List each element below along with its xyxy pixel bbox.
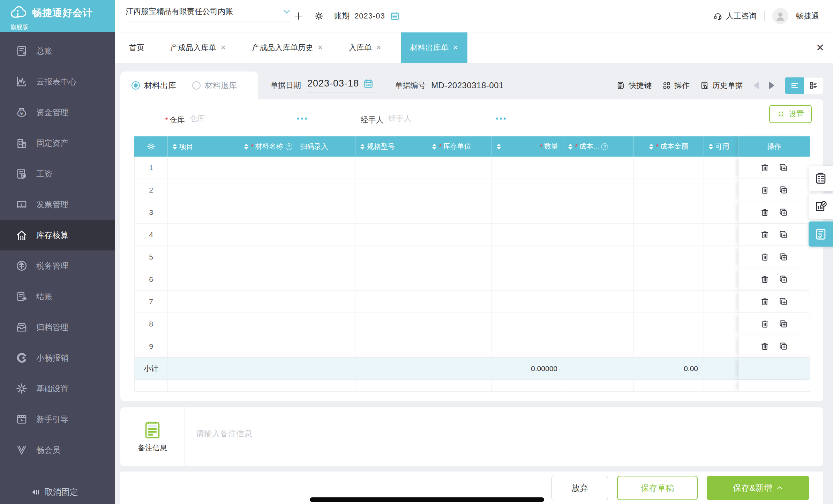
calendar-icon[interactable]: [390, 11, 400, 21]
grid-cell-quantity[interactable]: [492, 335, 563, 358]
tab-material-outbound[interactable]: 材料出库单✕: [401, 32, 467, 63]
grid-cell-amount[interactable]: [634, 201, 704, 224]
tab-inbound-order[interactable]: 入库单✕: [340, 32, 391, 63]
discard-button[interactable]: 放弃: [551, 476, 608, 500]
save-and-new-button[interactable]: 保存&新增: [707, 476, 809, 500]
copy-row-button[interactable]: [779, 274, 788, 284]
card-view-button[interactable]: [804, 77, 823, 94]
grid-cell-available[interactable]: [704, 224, 738, 246]
grid-cell-project[interactable]: [168, 201, 239, 224]
help-icon[interactable]: [601, 143, 608, 150]
report-check-panel-button[interactable]: [809, 194, 833, 219]
tab-finished-goods-inbound[interactable]: 产成品入库单✕: [161, 32, 235, 63]
grid-cell-spec[interactable]: [355, 179, 427, 201]
delete-row-button[interactable]: [760, 185, 770, 195]
grid-cell-unit-cost[interactable]: [563, 313, 634, 335]
grid-cell-unit[interactable]: [427, 291, 492, 313]
grid-cell-unit-cost[interactable]: [563, 157, 634, 179]
grid-cell-material[interactable]: [239, 268, 355, 291]
tab-finished-goods-inbound-history[interactable]: 产成品入库单历史✕: [243, 32, 332, 63]
history-documents-button[interactable]: 历史单据: [700, 80, 743, 91]
grid-cell-unit-cost[interactable]: [563, 335, 634, 358]
tab-close-icon[interactable]: ✕: [376, 44, 382, 51]
sort-icon[interactable]: [173, 144, 177, 150]
grid-cell-material[interactable]: [239, 313, 355, 335]
grid-cell-amount[interactable]: [634, 157, 704, 179]
tab-home[interactable]: 首页: [120, 32, 153, 63]
grid-cell-available[interactable]: [704, 246, 738, 268]
grid-cell-unit[interactable]: [427, 268, 492, 291]
grid-cell-unit[interactable]: [427, 157, 492, 179]
tab-close-icon[interactable]: ✕: [220, 44, 226, 51]
sidebar-item-member[interactable]: 畅会员: [0, 435, 115, 465]
sidebar-item-inventory[interactable]: 库存核算: [0, 220, 115, 250]
grid-cell-available[interactable]: [704, 179, 738, 201]
column-row-settings[interactable]: [134, 136, 168, 157]
grid-cell-spec[interactable]: [355, 246, 427, 268]
grid-cell-amount[interactable]: [634, 179, 704, 201]
sort-icon[interactable]: [568, 144, 572, 150]
new-account-button[interactable]: [294, 11, 303, 21]
grid-cell-quantity[interactable]: [492, 179, 563, 201]
delete-row-button[interactable]: [760, 319, 770, 329]
tab-close-icon[interactable]: ✕: [453, 44, 458, 51]
column-material-name[interactable]: 材料名称扫码录入: [239, 136, 355, 157]
grid-cell-unit[interactable]: [427, 201, 492, 224]
list-view-button[interactable]: [785, 77, 804, 94]
sidebar-unpin-button[interactable]: 取消固定: [0, 487, 115, 498]
remarks-input[interactable]: [195, 429, 773, 444]
delete-row-button[interactable]: [760, 274, 770, 284]
copy-row-button[interactable]: [779, 163, 788, 172]
grid-cell-spec[interactable]: [355, 157, 427, 179]
column-spec-model[interactable]: 规格型号: [355, 136, 427, 157]
grid-cell-material[interactable]: [239, 335, 355, 358]
grid-cell-unit[interactable]: [427, 224, 492, 246]
warehouse-input[interactable]: [190, 114, 296, 123]
grid-cell-spec[interactable]: [355, 201, 427, 224]
sidebar-item-fixed-assets[interactable]: 固定资产: [0, 128, 115, 158]
grid-cell-quantity[interactable]: [492, 268, 563, 291]
grid-cell-project[interactable]: [168, 313, 239, 335]
copy-row-button[interactable]: [779, 185, 788, 195]
grid-cell-available[interactable]: [704, 157, 738, 179]
sidebar-item-closing[interactable]: 结账: [0, 281, 115, 312]
grid-cell-spec[interactable]: [355, 313, 427, 335]
grid-cell-project[interactable]: [168, 291, 239, 313]
grid-cell-spec[interactable]: [355, 224, 427, 246]
handler-picker-icon[interactable]: [495, 118, 507, 120]
column-project[interactable]: 项目: [168, 136, 239, 157]
grid-cell-project[interactable]: [168, 335, 239, 358]
company-selector[interactable]: 江西服宝精品有限责任公司内账: [126, 6, 291, 22]
sidebar-item-tax[interactable]: 税务管理: [0, 250, 115, 281]
sort-icon[interactable]: [244, 144, 248, 150]
delete-row-button[interactable]: [760, 341, 770, 351]
grid-cell-available[interactable]: [704, 268, 738, 291]
tab-close-icon[interactable]: ✕: [317, 44, 323, 51]
grid-cell-material[interactable]: [239, 201, 355, 224]
grid-cell-available[interactable]: [704, 201, 738, 224]
date-picker[interactable]: 2023-03-18: [307, 78, 376, 93]
prev-arrow-icon[interactable]: [753, 82, 759, 89]
grid-cell-unit[interactable]: [427, 313, 492, 335]
handler-input[interactable]: [389, 114, 495, 123]
sidebar-item-invoice[interactable]: 发票管理: [0, 189, 115, 220]
close-all-icon[interactable]: ✕: [816, 43, 825, 53]
account-settings-button[interactable]: [314, 11, 324, 21]
delete-row-button[interactable]: [760, 230, 770, 239]
grid-cell-amount[interactable]: [634, 246, 704, 268]
item-list-panel-button[interactable]: [809, 166, 833, 191]
sidebar-item-settings[interactable]: 基础设置: [0, 373, 115, 404]
grid-cell-project[interactable]: [168, 179, 239, 201]
column-available[interactable]: 可用: [704, 136, 738, 157]
operations-button[interactable]: 操作: [662, 80, 690, 91]
grid-cell-amount[interactable]: [634, 313, 704, 335]
grid-cell-material[interactable]: [239, 291, 355, 313]
sort-icon[interactable]: [432, 144, 436, 150]
username[interactable]: 畅捷通: [796, 11, 819, 21]
sidebar-item-reimburse[interactable]: 小畅报销: [0, 343, 115, 373]
grid-cell-unit-cost[interactable]: [563, 268, 634, 291]
grid-cell-unit[interactable]: [427, 179, 492, 201]
grid-cell-unit-cost[interactable]: [563, 291, 634, 313]
grid-cell-project[interactable]: [168, 268, 239, 291]
grid-cell-quantity[interactable]: [492, 313, 563, 335]
